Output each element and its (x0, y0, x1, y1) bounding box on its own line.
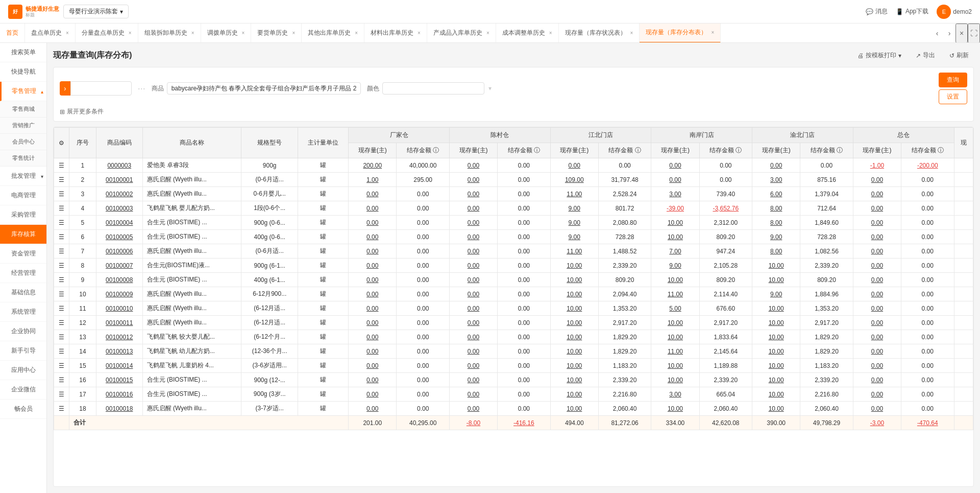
row-yubei-cun[interactable]: 10.00 (752, 359, 800, 373)
tab-cailiaochu[interactable]: 材料出库单历史 × (364, 24, 427, 43)
sidebar-item-changyuan[interactable]: 畅会员 (0, 400, 46, 419)
nav-prev-btn[interactable]: ‹ (931, 24, 943, 43)
row-nanan-cun[interactable]: 10.00 (651, 273, 699, 287)
row-chen-cun[interactable]: 0.00 (449, 344, 497, 359)
sidebar-sub-item-marketing[interactable]: 营销推广 (0, 118, 46, 134)
row-yubei-cun[interactable]: 8.00 (752, 201, 800, 216)
row-nanan-cun[interactable]: 0.00 (651, 158, 699, 173)
row-nanan-cun[interactable]: 10.00 (651, 216, 699, 230)
row-yubei-cun[interactable]: 10.00 (752, 301, 800, 316)
row-chen-cun[interactable]: 0.00 (449, 216, 497, 230)
warehouse-expand-btn[interactable]: › (60, 81, 70, 96)
col-gear[interactable]: ⚙ (54, 128, 69, 158)
search-btn[interactable]: 查询 (939, 73, 967, 87)
row-nanan-cun[interactable]: 9.00 (651, 259, 699, 273)
row-chen-cun[interactable]: 0.00 (449, 201, 497, 216)
row-jiangbei-cun[interactable]: 10.00 (550, 359, 598, 373)
row-chen-cun[interactable]: 0.00 (449, 330, 497, 344)
row-yubei-cun[interactable]: 9.00 (752, 230, 800, 244)
color-input[interactable] (382, 82, 484, 95)
tab-diaobo-close[interactable]: × (242, 30, 245, 36)
row-nanan-cun[interactable]: 10.00 (651, 230, 699, 244)
row-total-cun[interactable]: 0.00 (853, 187, 901, 201)
row-total-cun[interactable]: 0.00 (853, 402, 901, 416)
sidebar-item-enterprise[interactable]: 企业协同 (0, 322, 46, 341)
row-nanan-cun[interactable]: 10.00 (651, 402, 699, 416)
tab-chenben[interactable]: 成本调整单历史 × (496, 24, 559, 43)
sidebar-sub-item-mall[interactable]: 零售商城 (0, 101, 46, 118)
row-code[interactable]: 00100013 (96, 344, 142, 359)
row-nanan-cun[interactable]: 3.00 (651, 187, 699, 201)
row-jiangbei-cun[interactable]: 11.00 (550, 244, 598, 259)
row-gear[interactable]: ☰ (54, 244, 69, 259)
row-jiangbei-cun[interactable]: 10.00 (550, 301, 598, 316)
tab-cailiaochu-close[interactable]: × (418, 30, 421, 36)
row-yubei-cun[interactable]: 10.00 (752, 402, 800, 416)
row-chen-cun[interactable]: 0.00 (449, 316, 497, 330)
row-nanan-cun[interactable]: 10.00 (651, 373, 699, 387)
row-total-cun[interactable]: 0.00 (853, 173, 901, 187)
row-changjia-cun[interactable]: 0.00 (349, 301, 397, 316)
row-code[interactable]: 00100015 (96, 373, 142, 387)
row-changjia-cun[interactable]: 0.00 (349, 402, 397, 416)
row-code[interactable]: 00100007 (96, 259, 142, 273)
row-jiangbei-cun[interactable]: 10.00 (550, 287, 598, 301)
tab-home[interactable]: 首页 (0, 24, 25, 43)
row-jiangbei-cun[interactable]: 10.00 (550, 273, 598, 287)
row-jiangbei-cun[interactable]: 10.00 (550, 373, 598, 387)
row-code[interactable]: 00100005 (96, 230, 142, 244)
row-total-cun[interactable]: 0.00 (853, 230, 901, 244)
row-total-cun[interactable]: 0.00 (853, 359, 901, 373)
row-gear[interactable]: ☰ (54, 330, 69, 344)
row-yubei-cun[interactable]: 10.00 (752, 259, 800, 273)
settings-btn[interactable]: 设置 (939, 89, 967, 104)
tab-yaohuo[interactable]: 要货单历史 × (251, 24, 302, 43)
row-total-cun[interactable]: 0.00 (853, 344, 901, 359)
sidebar-item-appcenter[interactable]: 应用中心 (0, 361, 46, 380)
row-chen-cun[interactable]: 0.00 (449, 402, 497, 416)
row-changjia-cun[interactable]: 1.00 (349, 173, 397, 187)
row-yubei-cun[interactable]: 10.00 (752, 330, 800, 344)
table-scroll[interactable]: ⚙ 序号 商品编码 商品名称 规格型号 主计量单位 厂家仓 陈村仓 江北门店 南… (54, 127, 973, 486)
expand-btn[interactable]: ⊞ 展开更多条件 (60, 107, 104, 116)
row-changjia-cun[interactable]: 0.00 (349, 273, 397, 287)
row-nanan-cun[interactable]: 10.00 (651, 359, 699, 373)
row-gear[interactable]: ☰ (54, 216, 69, 230)
row-jiangbei-cun[interactable]: 10.00 (550, 387, 598, 402)
sidebar-item-purchase[interactable]: 采购管理 (0, 205, 46, 225)
row-code[interactable]: 00100008 (96, 273, 142, 287)
sidebar-sub-item-stats[interactable]: 零售统计 (0, 150, 46, 167)
row-changjia-cun[interactable]: 0.00 (349, 359, 397, 373)
row-chen-cun[interactable]: 0.00 (449, 230, 497, 244)
sidebar-item-inventory[interactable]: 库存核算 (0, 225, 46, 244)
row-yubei-cun[interactable]: 10.00 (752, 373, 800, 387)
row-changjia-cun[interactable]: 0.00 (349, 287, 397, 301)
row-changjia-cun[interactable]: 0.00 (349, 373, 397, 387)
sidebar-item-finance[interactable]: 资金管理 (0, 244, 46, 264)
row-yubei-cun[interactable]: 10.00 (752, 387, 800, 402)
row-total-cun[interactable]: 0.00 (853, 301, 901, 316)
row-code[interactable]: 00100001 (96, 173, 142, 187)
row-nanan-cun[interactable]: -39.00 (651, 201, 699, 216)
tab-zuzhichai[interactable]: 组装拆卸单历史 × (138, 24, 201, 43)
tab-kucun-fenbu-close[interactable]: × (711, 30, 714, 35)
tab-chancheng[interactable]: 产成品入库单历史 × (427, 24, 496, 43)
sidebar-item-nav[interactable]: 快捷导航 (0, 62, 46, 82)
sidebar-item-retail[interactable]: 零售管理 (0, 82, 46, 101)
row-chen-cun[interactable]: 0.00 (449, 287, 497, 301)
row-chen-cun[interactable]: 0.00 (449, 301, 497, 316)
row-gear[interactable]: ☰ (54, 187, 69, 201)
row-nanan-cun[interactable]: 10.00 (651, 330, 699, 344)
row-yubei-cun[interactable]: 0.00 (752, 158, 800, 173)
row-code[interactable]: 00100012 (96, 330, 142, 344)
row-gear[interactable]: ☰ (54, 344, 69, 359)
row-jiangbei-cun[interactable]: 0.00 (550, 158, 598, 173)
row-yubei-cun[interactable]: 10.00 (752, 273, 800, 287)
row-total-cun[interactable]: 0.00 (853, 244, 901, 259)
sidebar-item-system[interactable]: 系统管理 (0, 302, 46, 322)
row-jiangbei-cun[interactable]: 10.00 (550, 344, 598, 359)
row-gear[interactable]: ☰ (54, 287, 69, 301)
row-changjia-cun[interactable]: 0.00 (349, 344, 397, 359)
sidebar-item-newguide[interactable]: 新手引导 (0, 341, 46, 361)
row-jiangbei-cun[interactable]: 9.00 (550, 216, 598, 230)
